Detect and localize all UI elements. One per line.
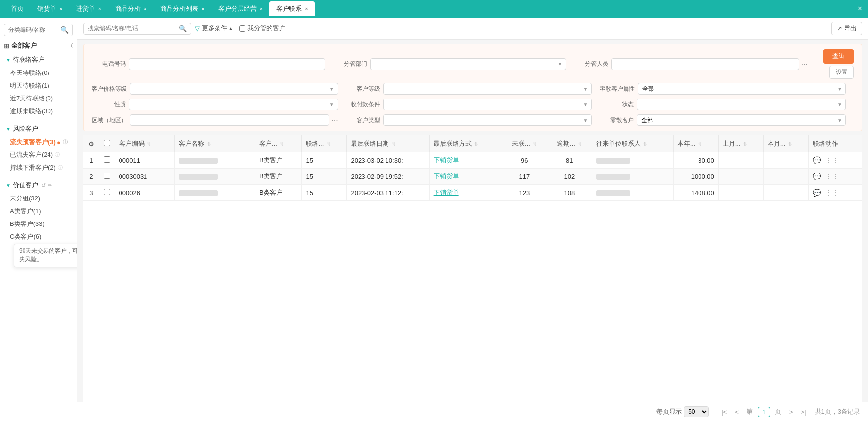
tab-home[interactable]: 首页 — [4, 1, 30, 16]
first-page-btn[interactable]: |< — [719, 407, 730, 417]
query-button[interactable]: 查询 — [823, 49, 854, 64]
tab-customer-contact[interactable]: 客户联系 × — [269, 1, 314, 16]
tab-sales[interactable]: 销货单 × — [30, 1, 69, 16]
tab-customer-tier-close[interactable]: × — [260, 6, 263, 12]
region-more-btn[interactable]: ··· — [331, 116, 338, 124]
tab-customer-contact-close[interactable]: × — [305, 6, 308, 12]
cell-checkbox[interactable] — [99, 152, 115, 169]
sidebar-item-churn-warning[interactable]: 流失预警客户(3) ● ⓘ — [0, 136, 77, 149]
filter-select-retail-attr[interactable]: 全部 — [638, 83, 846, 95]
tab-customer-tier[interactable]: 客户分层经营 × — [212, 1, 269, 16]
action-more-icon-2[interactable]: ⋮⋮ — [825, 189, 839, 197]
cell-last-method[interactable]: 下销货单 — [429, 169, 502, 185]
th-contact[interactable]: 联络... ⇅ — [302, 135, 347, 152]
my-customers-checkbox-wrap[interactable]: 我分管的客户 — [239, 24, 286, 33]
select-all-checkbox[interactable] — [104, 140, 110, 146]
sidebar-item-class-a[interactable]: A类客户(1) — [0, 205, 77, 218]
export-btn[interactable]: ↗ 导出 — [831, 22, 862, 35]
sidebar-item-overdue[interactable]: 逾期未联络(30) — [0, 105, 77, 118]
sidebar-item-7days[interactable]: 近7天待联络(0) — [0, 92, 77, 105]
th-level[interactable]: 客户... ⇅ — [255, 135, 301, 152]
last-method-link-2[interactable]: 下销货单 — [434, 189, 459, 196]
cell-checkbox[interactable] — [99, 169, 115, 185]
last-method-link-1[interactable]: 下销货单 — [434, 173, 459, 180]
th-last-date[interactable]: 最后联络日期 ⇅ — [347, 135, 429, 152]
cell-last-method[interactable]: 下销货单 — [429, 185, 502, 201]
sidebar-all-customers[interactable]: ⊞ 全部客户 《 — [0, 38, 77, 53]
th-name[interactable]: 客户名称 ⇅ — [175, 135, 255, 152]
action-contact-icon-2[interactable]: 💬 — [813, 189, 821, 197]
last-method-link-0[interactable]: 下销货单 — [434, 156, 459, 164]
filter-input-person[interactable] — [611, 58, 799, 70]
sidebar-group-pending[interactable]: ▼ 待联络客户 — [0, 53, 77, 67]
sidebar-item-ungrouped[interactable]: 未分组(32) — [0, 192, 77, 205]
filter-select-retail-cust[interactable]: 全部 — [637, 114, 846, 126]
th-code[interactable]: 客户编码 ⇅ — [115, 135, 175, 152]
search-icon-btn[interactable]: 🔍 — [179, 25, 187, 32]
sidebar-item-class-c[interactable]: C类客户(6) — [0, 230, 77, 243]
search-input[interactable] — [88, 25, 177, 32]
filter-select-cust-level[interactable] — [383, 83, 592, 95]
churned-info-icon: ⓘ — [55, 151, 60, 158]
th-settings[interactable]: ⚙ — [83, 135, 99, 152]
th-this-month[interactable]: 本月... ⇅ — [763, 135, 808, 152]
sidebar-search-box[interactable]: 🔍 — [4, 24, 73, 36]
sidebar-group-risk[interactable]: ▼ 风险客户 — [0, 122, 77, 136]
filter-row-4: 区域（地区） ··· 客户类型 ▼ 零散客户 全部 ▼ — [92, 114, 854, 126]
collapse-icon[interactable]: 《 — [68, 42, 73, 50]
my-customers-checkbox[interactable] — [239, 25, 245, 32]
tab-sales-close[interactable]: × — [59, 6, 62, 12]
sidebar-item-churned[interactable]: 已流失客户(24) ⓘ — [0, 149, 77, 161]
row-checkbox-2[interactable] — [104, 189, 110, 195]
th-last-month[interactable]: 上月... ⇅ — [718, 135, 763, 152]
tab-analysis-list-close[interactable]: × — [201, 6, 204, 12]
sidebar-search-input[interactable] — [8, 26, 60, 33]
filter-input-phone[interactable] — [129, 58, 325, 70]
th-last-method[interactable]: 最后联络方式 ⇅ — [429, 135, 502, 152]
th-uncontact[interactable]: 未联... ⇅ — [502, 135, 547, 152]
th-checkbox[interactable] — [99, 135, 115, 152]
action-more-icon-0[interactable]: ⋮⋮ — [825, 156, 839, 164]
tab-purchase[interactable]: 进货单 × — [69, 1, 108, 16]
action-contact-icon-0[interactable]: 💬 — [813, 156, 821, 164]
more-filter-btn[interactable]: ▽ 更多条件 ▲ — [195, 24, 233, 33]
action-more-icon-1[interactable]: ⋮⋮ — [825, 173, 839, 180]
filter-select-cust-type[interactable] — [383, 114, 592, 126]
sidebar-item-today[interactable]: 今天待联络(0) — [0, 67, 77, 79]
th-overdue[interactable]: 逾期... ⇅ — [547, 135, 592, 152]
person-more-btn[interactable]: ··· — [801, 60, 808, 69]
tab-analysis-list[interactable]: 商品分析列表 × — [153, 1, 211, 16]
current-page[interactable]: 1 — [758, 407, 770, 417]
row-checkbox-1[interactable] — [104, 173, 110, 179]
filter-field-nature: 性质 ▼ — [92, 99, 338, 110]
th-contacts[interactable]: 往来单位联系人 ⇅ — [592, 135, 673, 152]
last-page-btn[interactable]: >| — [798, 407, 809, 417]
filter-select-price-level[interactable] — [130, 83, 338, 95]
tab-analysis[interactable]: 商品分析 × — [108, 1, 153, 16]
tab-purchase-close[interactable]: × — [98, 6, 101, 12]
tab-analysis-close[interactable]: × — [144, 6, 146, 12]
sidebar-item-class-b[interactable]: B类客户(33) — [0, 218, 77, 230]
next-page-btn[interactable]: > — [786, 407, 796, 417]
sidebar-item-tomorrow[interactable]: 明天待联络(1) — [0, 79, 77, 92]
search-input-wrap[interactable]: 🔍 — [83, 23, 191, 35]
filter-select-payment[interactable] — [383, 99, 592, 110]
sidebar-group-value[interactable]: ▼ 价值客户 ↺ ✏ — [0, 178, 77, 192]
row-checkbox-0[interactable] — [104, 156, 110, 163]
cell-checkbox[interactable] — [99, 185, 115, 201]
th-year[interactable]: 本年... ⇅ — [673, 135, 718, 152]
per-page-select[interactable]: 50 100 — [684, 406, 709, 417]
settings-button[interactable]: 设置 — [829, 66, 854, 79]
action-contact-icon-1[interactable]: 💬 — [813, 173, 821, 180]
close-all-tabs[interactable]: × — [858, 4, 862, 13]
filter-input-region[interactable] — [130, 114, 329, 126]
filter-select-status[interactable] — [637, 99, 846, 110]
filter-select-dept[interactable] — [370, 58, 567, 70]
value-edit-icon[interactable]: ✏ — [48, 182, 52, 189]
filter-select-nature[interactable] — [129, 99, 338, 110]
value-refresh-icon[interactable]: ↺ — [41, 182, 46, 189]
cell-last-method[interactable]: 下销货单 — [429, 152, 502, 169]
prev-page-btn[interactable]: < — [732, 407, 742, 417]
sidebar-item-declining[interactable]: 持续下滑客户(2) ⓘ — [0, 161, 77, 174]
sidebar-search-icon[interactable]: 🔍 — [60, 26, 69, 34]
